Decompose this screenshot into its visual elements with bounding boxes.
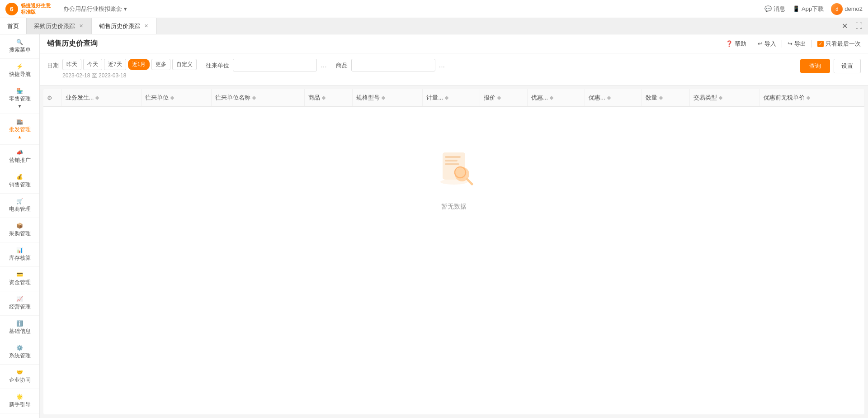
sort-up-icon <box>322 96 326 98</box>
sort-down-icon <box>382 98 385 100</box>
message-icon: 💬 <box>764 5 772 12</box>
import-btn[interactable]: ↩ 导入 <box>758 40 776 48</box>
sort-down-icon <box>445 98 448 100</box>
goods-input[interactable] <box>351 59 435 71</box>
th-discount2[interactable]: 优惠... <box>585 89 642 107</box>
show-last-only-wrapper[interactable]: ✓ 只看最后一次 <box>817 40 861 48</box>
th-pretax-price[interactable]: 优惠前无税单价 <box>760 89 864 107</box>
th-settings[interactable]: ⚙ <box>43 89 61 107</box>
import-icon: ↩ <box>758 40 763 47</box>
sidebar-item-app-center[interactable]: 📱 应用中心 <box>0 413 39 418</box>
export-icon: ↪ <box>788 40 793 47</box>
sort-down-icon <box>807 98 810 100</box>
sidebar-item-new-guide[interactable]: 🌟 新手引导 <box>0 389 39 413</box>
operations-icon: 📈 <box>2 296 38 302</box>
date-btn-1month[interactable]: 近1月 <box>128 59 150 70</box>
logo-area: 6 畅捷通好生意 标准版 <box>5 3 51 15</box>
th-counterparty-name[interactable]: 往来单位名称 <box>212 89 305 107</box>
date-options: 昨天 今天 近7天 近1月 更多 自定义 2023-02-18 至 2023-0… <box>62 59 197 80</box>
close-all-tabs-btn[interactable]: ✕ <box>839 21 850 32</box>
purchase-icon: 📦 <box>2 223 38 229</box>
th-quoted-price[interactable]: 报价 <box>480 89 528 107</box>
app-download-btn[interactable]: 📱 App下载 <box>793 5 824 13</box>
sort-arrows <box>659 96 663 100</box>
th-goods[interactable]: 商品 <box>305 89 353 107</box>
sort-down-icon <box>497 98 501 100</box>
sidebar-item-quick-nav[interactable]: ⚡ 快捷导航 <box>0 59 39 83</box>
th-quantity[interactable]: 数量 <box>642 89 690 107</box>
sidebar-item-search-menu[interactable]: 🔍 搜索菜单 <box>0 34 39 59</box>
goods-picker-btn[interactable]: ... <box>439 61 445 69</box>
counterparty-input[interactable] <box>233 59 317 71</box>
user-avatar-btn[interactable]: d demo2 <box>831 3 863 15</box>
sidebar-item-operations-mgmt[interactable]: 📈 经营管理 <box>0 291 39 316</box>
goods-input-group: ... <box>351 59 445 71</box>
sort-up-icon <box>719 96 722 98</box>
sidebar-item-retail-mgmt[interactable]: 🏪 零售管理 ▼ <box>0 83 39 114</box>
show-last-only-checkbox[interactable]: ✓ <box>817 41 824 47</box>
maximize-btn[interactable]: ⛶ <box>854 21 864 32</box>
sort-down-icon <box>95 98 99 100</box>
svg-rect-2 <box>445 156 461 158</box>
tab-close-purchase[interactable]: ✕ <box>78 23 84 29</box>
date-btn-more[interactable]: 更多 <box>151 59 170 70</box>
empty-state-icon <box>431 143 476 197</box>
sort-arrows <box>382 96 385 100</box>
sort-arrows <box>497 96 501 100</box>
query-button[interactable]: 查询 <box>800 59 830 73</box>
th-spec[interactable]: 规格型号 <box>352 89 423 107</box>
message-btn[interactable]: 💬 消息 <box>764 5 785 13</box>
table-body: 暂无数据 <box>43 107 864 247</box>
date-btn-today[interactable]: 今天 <box>83 59 102 70</box>
filter-actions: 查询 设置 <box>800 59 861 73</box>
sidebar-item-wholesale-mgmt[interactable]: 🏬 批发管理 ▲ <box>0 114 39 145</box>
sidebar-item-basic-info[interactable]: ℹ️ 基础信息 <box>0 316 39 340</box>
counterparty-picker-btn[interactable]: ... <box>321 61 326 69</box>
sort-up-icon <box>497 96 501 98</box>
help-btn[interactable]: ❓ 帮助 <box>726 40 746 48</box>
sidebar-item-purchase-mgmt[interactable]: 📦 采购管理 <box>0 218 39 242</box>
column-settings-icon[interactable]: ⚙ <box>47 95 52 101</box>
sort-arrows <box>95 96 99 100</box>
sort-arrows <box>170 96 174 100</box>
goods-label: 商品 <box>336 59 348 70</box>
counterparty-filter-group: 往来单位 ... <box>206 59 326 71</box>
th-unit[interactable]: 计量... <box>423 89 480 107</box>
tab-purchase-history[interactable]: 采购历史价跟踪 ✕ <box>27 18 92 34</box>
main-layout: 🔍 搜索菜单 ⚡ 快捷导航 🏪 零售管理 ▼ 🏬 批发管理 ▲ 📣 营销推广 💰… <box>0 34 868 418</box>
tab-sales-history[interactable]: 销售历史价跟踪 ✕ <box>92 18 157 34</box>
topbar-left: 6 畅捷通好生意 标准版 办公用品行业模拟账套 ▾ <box>5 3 127 15</box>
sidebar-item-sales-mgmt[interactable]: 💰 销售管理 <box>0 169 39 194</box>
th-trade-type[interactable]: 交易类型 <box>689 89 760 107</box>
date-btn-yesterday[interactable]: 昨天 <box>62 59 81 70</box>
sidebar-item-finance-mgmt[interactable]: 💳 资金管理 <box>0 267 39 291</box>
sidebar: 🔍 搜索菜单 ⚡ 快捷导航 🏪 零售管理 ▼ 🏬 批发管理 ▲ 📣 营销推广 💰… <box>0 34 40 418</box>
sidebar-item-system-mgmt[interactable]: ⚙️ 系统管理 <box>0 340 39 365</box>
th-biz-date[interactable]: 业务发生... <box>61 89 141 107</box>
sidebar-item-marketing[interactable]: 📣 营销推广 <box>0 145 39 169</box>
date-btn-custom[interactable]: 自定义 <box>172 59 197 70</box>
sort-up-icon <box>445 96 448 98</box>
sort-up-icon <box>607 96 611 98</box>
th-discount1[interactable]: 优惠... <box>528 89 585 107</box>
app-selector[interactable]: 办公用品行业模拟账套 ▾ <box>63 5 127 13</box>
sidebar-item-enterprise-collab[interactable]: 🤝 企业协同 <box>0 365 39 389</box>
avatar: d <box>831 3 843 15</box>
tab-close-sales[interactable]: ✕ <box>143 23 149 29</box>
sort-arrows <box>807 96 810 100</box>
th-counterparty-code[interactable]: 往来单位 <box>141 89 212 107</box>
sort-arrows <box>719 96 722 100</box>
date-buttons: 昨天 今天 近7天 近1月 更多 自定义 <box>62 59 197 70</box>
date-btn-7days[interactable]: 近7天 <box>104 59 126 70</box>
export-btn[interactable]: ↪ 导出 <box>788 40 806 48</box>
sort-up-icon <box>95 96 99 98</box>
sort-down-icon <box>322 98 326 100</box>
tabbar: 首页 采购历史价跟踪 ✕ 销售历史价跟踪 ✕ ✕ ⛶ <box>0 18 868 34</box>
download-icon: 📱 <box>793 5 800 12</box>
topbar: 6 畅捷通好生意 标准版 办公用品行业模拟账套 ▾ 💬 消息 📱 App下载 d… <box>0 0 868 18</box>
settings-button[interactable]: 设置 <box>834 59 861 73</box>
svg-rect-3 <box>445 160 458 162</box>
sidebar-item-inventory-check[interactable]: 📊 库存核算 <box>0 242 39 267</box>
sidebar-item-ecommerce-mgmt[interactable]: 🛒 电商管理 <box>0 194 39 218</box>
tab-home[interactable]: 首页 <box>0 18 27 34</box>
